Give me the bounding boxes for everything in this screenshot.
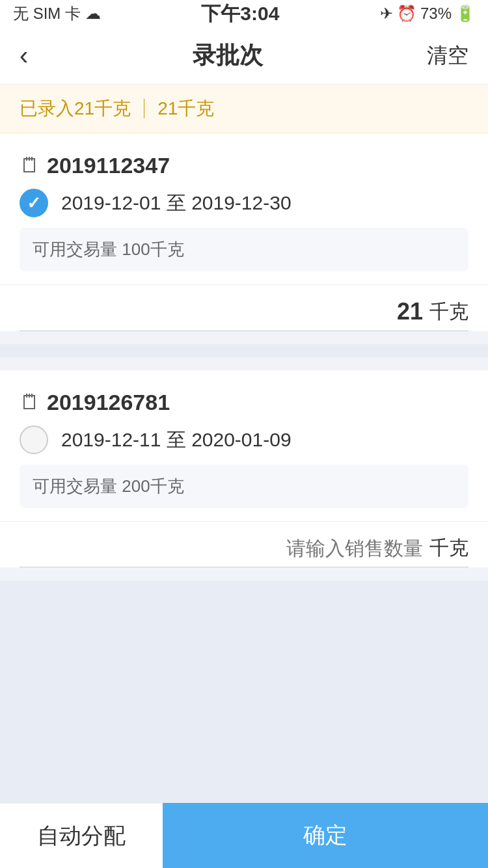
status-bar: 无 SIM 卡 ☁ 下午3:04 ✈ ⏰ 73% 🔋	[0, 0, 488, 27]
status-time: 下午3:04	[201, 1, 279, 27]
status-right: ✈ ⏰ 73% 🔋	[380, 5, 475, 23]
batch1-icon: 🗒	[20, 154, 40, 178]
empty-area	[0, 580, 488, 841]
clear-button[interactable]: 清空	[427, 42, 468, 70]
batch1-qty-row: 千克	[0, 284, 488, 325]
nav-bar: ‹ 录批次 清空	[0, 27, 488, 85]
batch1-radio[interactable]	[20, 189, 48, 217]
batch2-icon: 🗒	[20, 390, 40, 414]
batch1-available: 可用交易量 100千克	[20, 228, 468, 271]
location-icon: ✈	[380, 5, 393, 23]
batch2-date: 2019-12-11 至 2020-01-09	[61, 427, 291, 454]
info-divider	[144, 99, 144, 118]
sim-label: 无 SIM 卡 ☁	[13, 3, 101, 24]
battery-icon: 🔋	[455, 5, 475, 23]
battery-label: 73%	[420, 5, 452, 23]
batch1-date: 2019-12-01 至 2019-12-30	[61, 190, 291, 217]
alarm-icon: ⏰	[397, 5, 416, 23]
batch1-qty-unit: 千克	[429, 299, 468, 325]
total-label: 21千克	[157, 96, 214, 121]
separator1	[0, 344, 488, 357]
confirm-button[interactable]: 确定	[163, 803, 488, 868]
status-left: 无 SIM 卡 ☁	[13, 3, 101, 24]
back-button[interactable]: ‹	[20, 41, 28, 70]
batch1-date-row[interactable]: 2019-12-01 至 2019-12-30	[20, 189, 468, 217]
batch2-qty-unit: 千克	[429, 535, 468, 562]
batch2-qty-underline	[20, 567, 468, 567]
recorded-label: 已录入21千克	[20, 96, 131, 121]
batch2-number: 2019126781	[47, 390, 170, 415]
batch2-qty-row: 千克	[0, 521, 488, 562]
batch2-available: 可用交易量 200千克	[20, 465, 468, 508]
batch1-qty-input[interactable]	[293, 298, 423, 325]
auto-assign-button[interactable]: 自动分配	[0, 803, 163, 868]
batch2-qty-input[interactable]	[228, 537, 423, 560]
info-banner: 已录入21千克 21千克	[0, 85, 488, 133]
bottom-bar: 自动分配 确定	[0, 803, 488, 868]
batch2-number-row: 🗒 2019126781	[20, 390, 468, 415]
batch2-radio[interactable]	[20, 426, 48, 454]
batch2-card: 🗒 2019126781 2019-12-11 至 2020-01-09 可用交…	[0, 370, 488, 567]
batch1-number: 2019112347	[47, 153, 170, 178]
page-title: 录批次	[193, 40, 263, 72]
batch1-number-row: 🗒 2019112347	[20, 153, 468, 178]
batch1-card: 🗒 2019112347 2019-12-01 至 2019-12-30 可用交…	[0, 133, 488, 331]
batch1-qty-underline	[20, 331, 468, 331]
batch2-date-row[interactable]: 2019-12-11 至 2020-01-09	[20, 426, 468, 454]
